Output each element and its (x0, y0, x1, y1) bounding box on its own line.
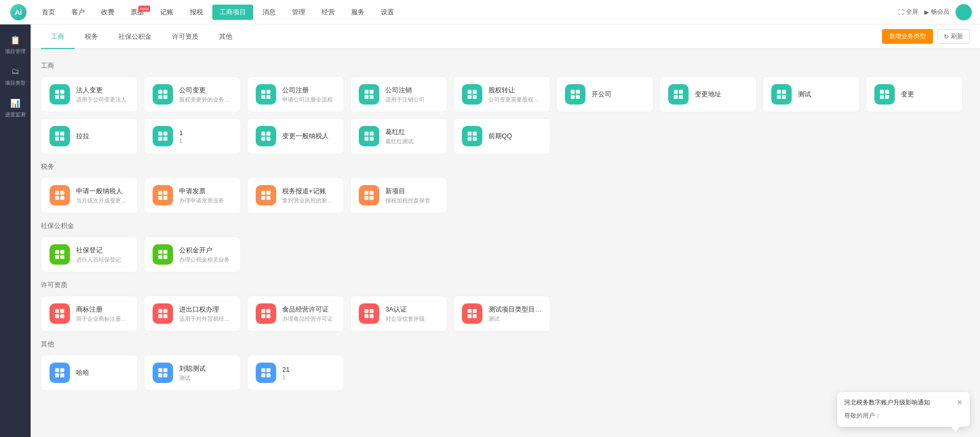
service-card[interactable]: 法人变更 适用于公司变更法人 (41, 76, 138, 112)
sidebar-item-项目类型[interactable]: 🗂项目类型 (0, 60, 31, 92)
nav-item-客户[interactable]: 客户 (64, 5, 92, 20)
service-card[interactable]: 食品经营许可证 办理食品经营许可证 (247, 296, 344, 331)
svg-rect-30 (777, 95, 781, 99)
card-desc: 1 (282, 374, 335, 380)
service-card[interactable]: 21 1 (247, 355, 344, 391)
nav-item-票据[interactable]: 票据new (124, 5, 151, 20)
service-card[interactable]: 测试项目类型目定义 测试 (453, 296, 550, 331)
nav-item-报税[interactable]: 报税 (183, 5, 210, 20)
tab-其他[interactable]: 其他 (209, 24, 242, 49)
card-desc: 适用于注销公司 (385, 96, 438, 104)
tab-税务[interactable]: 税务 (75, 24, 108, 49)
service-card[interactable]: 前期QQ (453, 118, 550, 154)
card-grid-gongshang: 法人变更 适用于公司变更法人 公司变更 股权变更外的业务变更 (41, 76, 970, 154)
nav-item-服务[interactable]: 服务 (344, 5, 372, 20)
sidebar-label: 项目管理 (5, 48, 26, 55)
svg-rect-105 (163, 368, 167, 372)
service-card[interactable]: 税务报道+记账 拿到营业执照的新公司 (247, 177, 344, 213)
svg-rect-62 (158, 196, 162, 200)
nav-item-记账[interactable]: 记账 (153, 5, 181, 20)
svg-rect-12 (364, 90, 369, 94)
svg-rect-50 (364, 137, 369, 141)
svg-rect-29 (782, 90, 786, 94)
nav-right: ⛶ 全屏 ▶ 畅会员 (898, 4, 972, 20)
service-card[interactable]: 公司变更 股权变更外的业务变更 (144, 76, 241, 112)
fullscreen-btn[interactable]: ⛶ 全屏 (898, 8, 918, 16)
card-text: 变更 (901, 90, 954, 99)
service-card[interactable]: 申请发票 办理申请发票业务 (144, 177, 241, 213)
card-desc: 拿到营业执照的新公司 (282, 197, 335, 204)
card-desc: 适用于对外贸易经营者 (179, 315, 232, 323)
svg-rect-101 (60, 368, 64, 372)
card-desc: 用于企业商标注册服务 (76, 315, 129, 323)
tab-社保公积金[interactable]: 社保公积金 (108, 24, 162, 49)
card-icon (462, 303, 482, 324)
service-card[interactable]: 3A认证 对企业信誉评级 (350, 296, 447, 331)
service-card[interactable]: 哈哈 (41, 355, 138, 391)
nav-item-经营[interactable]: 经营 (314, 5, 342, 20)
service-card[interactable]: 新项目 报税加税控盘保管 (350, 177, 447, 213)
svg-rect-99 (473, 314, 477, 318)
service-card[interactable]: 1 1 (144, 118, 241, 154)
card-text: 测试 (798, 90, 851, 99)
svg-rect-45 (266, 132, 271, 136)
sidebar-item-项目管理[interactable]: 📋项目管理 (0, 29, 31, 60)
service-card[interactable]: 变更地址 (659, 76, 756, 112)
svg-rect-90 (261, 314, 265, 318)
svg-rect-77 (163, 250, 167, 254)
svg-rect-79 (163, 255, 167, 259)
svg-rect-59 (60, 196, 64, 200)
card-text: 税务报道+记账 拿到营业执照的新公司 (282, 187, 335, 204)
add-type-button[interactable]: 新增业务类型 (882, 29, 933, 44)
nav-item-工商项目[interactable]: 工商项目 (212, 5, 253, 20)
logo[interactable]: Ai (8, 2, 29, 22)
section-title-xuke: 许可资质 (41, 280, 970, 290)
nav-item-收费[interactable]: 收费 (94, 5, 121, 20)
service-card[interactable]: 股权转让 公司变更需要股权转让 (453, 76, 550, 112)
service-card[interactable]: 社保登记 进行人员社保登记 (41, 237, 138, 272)
card-text: 公司注册 申请公司注册全流程 (282, 86, 335, 104)
service-card[interactable]: 葛红红 葛红红测试 (350, 118, 447, 154)
tab-工商[interactable]: 工商 (41, 24, 75, 49)
nav-item-管理[interactable]: 管理 (285, 5, 312, 20)
member-btn[interactable]: ▶ 畅会员 (924, 8, 949, 16)
service-card[interactable]: 拉拉 (41, 118, 138, 154)
nav-item-设置[interactable]: 设置 (374, 5, 401, 20)
service-card[interactable]: 公积金开户 办理公积金相关业务 (144, 237, 241, 272)
svg-rect-37 (60, 132, 64, 136)
sidebar-icon: 📋 (9, 34, 21, 46)
svg-rect-10 (261, 95, 265, 99)
svg-rect-20 (571, 90, 575, 94)
user-avatar[interactable] (955, 4, 972, 20)
svg-rect-106 (158, 373, 162, 377)
card-grid-shebao: 社保登记 进行人员社保登记 公积金开户 办理公积金相关业务 (41, 237, 970, 272)
service-card[interactable]: 开公司 (556, 76, 653, 112)
svg-rect-32 (880, 90, 884, 94)
service-card[interactable]: 测试 (763, 76, 860, 112)
svg-rect-65 (266, 191, 271, 195)
service-card[interactable]: 公司注册 申请公司注册全流程 (247, 76, 344, 112)
svg-rect-102 (55, 373, 59, 377)
service-card[interactable]: 变更 (866, 76, 963, 112)
service-card[interactable]: 变更一般纳税人 (247, 118, 344, 154)
card-desc: 1 (179, 138, 232, 144)
card-desc: 当月或次月成变更完成 (76, 197, 129, 204)
sidebar-item-进度监测[interactable]: 📊进度监测 (0, 92, 31, 123)
card-name: 刘聪测试 (179, 364, 232, 373)
svg-rect-61 (163, 191, 167, 195)
tab-许可资质[interactable]: 许可资质 (162, 24, 209, 49)
card-text: 股权转让 公司变更需要股权转让 (488, 86, 542, 104)
service-card[interactable]: 公司注销 适用于注销公司 (350, 76, 447, 112)
svg-rect-91 (266, 314, 271, 318)
service-card[interactable]: 申请一般纳税人 当月或次月成变更完成 (41, 177, 138, 213)
svg-rect-44 (261, 132, 265, 136)
service-card[interactable]: 进出口权办理 适用于对外贸易经营者 (144, 296, 241, 331)
refresh-button[interactable]: ↻ 刷新 (937, 29, 970, 44)
nav-item-消息[interactable]: 消息 (255, 5, 283, 20)
notification-close-icon[interactable]: ✕ (957, 398, 963, 406)
card-name: 拉拉 (76, 132, 129, 141)
service-card[interactable]: 商标注册 用于企业商标注册服务 (41, 296, 138, 331)
card-icon (462, 126, 482, 146)
service-card[interactable]: 刘聪测试 测试 (144, 355, 241, 391)
nav-item-首页[interactable]: 首页 (35, 5, 62, 20)
